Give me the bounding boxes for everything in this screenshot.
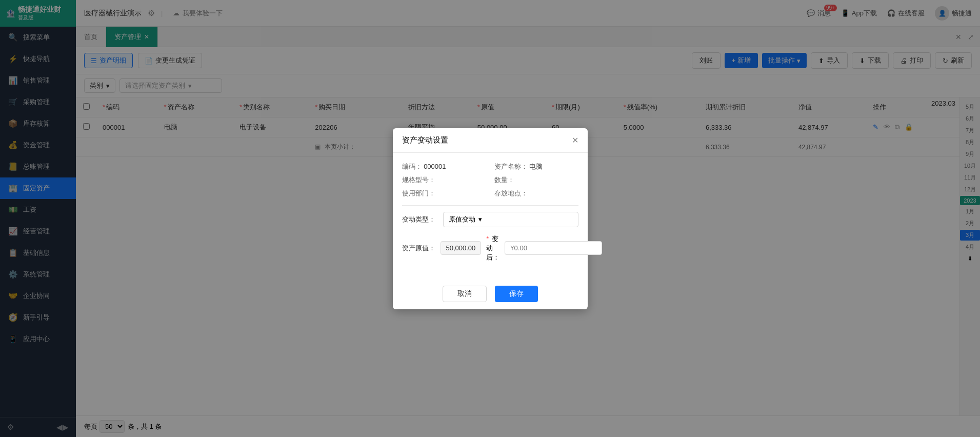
asset-change-modal: 资产变动设置 ✕ 编码： 000001 资产名称： 电脑 规格型号： 数 — [393, 128, 588, 309]
value-row: 资产原值： 50,000.00 * 变动后： — [402, 234, 578, 262]
modal-overlay[interactable]: 资产变动设置 ✕ 编码： 000001 资产名称： 电脑 规格型号： 数 — [0, 0, 980, 437]
after-change-label: * 变动后： — [486, 234, 499, 262]
info-location: 存放地点： — [494, 189, 578, 198]
save-button[interactable]: 保存 — [495, 286, 538, 302]
info-dept: 使用部门： — [402, 189, 486, 198]
modal-body: 编码： 000001 资产名称： 电脑 规格型号： 数量： 使用部门： — [393, 153, 588, 279]
info-asset-name: 资产名称： 电脑 — [494, 162, 578, 171]
info-quantity: 数量： — [494, 175, 578, 185]
original-value-display: 50,000.00 — [441, 241, 482, 255]
info-code: 编码： 000001 — [402, 162, 486, 171]
modal-divider — [402, 205, 578, 206]
modal-footer: 取消 保存 — [393, 279, 588, 309]
info-spec: 规格型号： — [402, 175, 486, 185]
after-change-input[interactable] — [505, 241, 602, 255]
cancel-button[interactable]: 取消 — [443, 286, 487, 302]
modal-title: 资产变动设置 — [402, 135, 448, 145]
modal-header: 资产变动设置 ✕ — [393, 128, 588, 153]
change-type-select[interactable]: 原值变动 ▾ — [443, 212, 578, 227]
dropdown-chevron-icon: ▾ — [478, 215, 482, 223]
change-type-row: 变动类型： 原值变动 ▾ — [402, 212, 578, 227]
modal-close-btn[interactable]: ✕ — [572, 135, 578, 145]
info-grid: 编码： 000001 资产名称： 电脑 规格型号： 数量： 使用部门： — [402, 162, 578, 198]
